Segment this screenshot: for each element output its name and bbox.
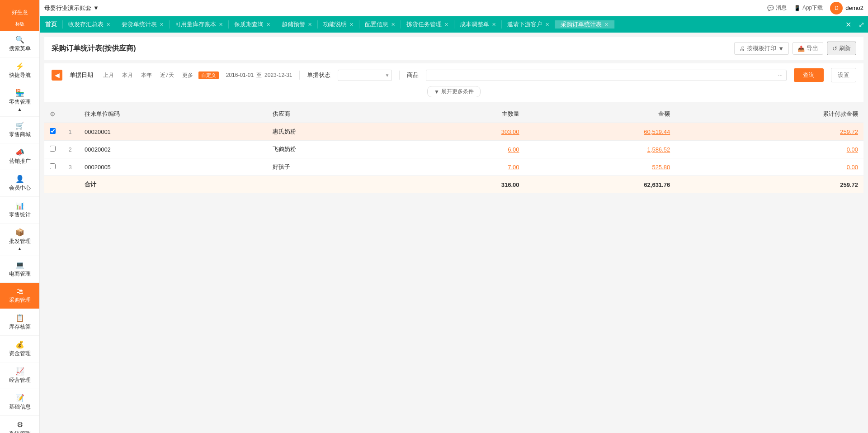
maximize-tab-button[interactable]: ⤢: [855, 16, 868, 33]
message-label: 消息: [776, 4, 787, 12]
row-main-qty-link[interactable]: 6.00: [508, 146, 519, 153]
sidebar-icon-member-center: 👤: [15, 175, 24, 183]
nav-tab-close-pick_task[interactable]: ✕: [444, 22, 448, 28]
message-action[interactable]: 💬 消息: [767, 4, 787, 12]
table-row[interactable]: 3 00020005 好孩子 7.00 525.80 0.00: [44, 158, 863, 176]
user-menu[interactable]: D demo2: [830, 2, 863, 14]
shortcut-last-month[interactable]: 上月: [100, 71, 117, 80]
date-to[interactable]: 2023-12-31: [264, 72, 292, 78]
row-unit-code: 00020005: [79, 158, 267, 176]
nav-tab-label-invite_downstream: 邀请下游客户: [507, 20, 542, 29]
custom-date-tag[interactable]: 自定义: [198, 71, 219, 79]
sidebar-item-member-center[interactable]: 👤 会员中心: [0, 170, 39, 197]
app-logo[interactable]: 好生意 标版: [0, 0, 39, 31]
shortcut-this-month[interactable]: 本月: [119, 71, 136, 80]
nav-tab-close-warranty_query[interactable]: ✕: [266, 22, 270, 28]
row-paid-amount-link[interactable]: 0.00: [847, 164, 858, 171]
nav-tab-close-cost_adjust[interactable]: ✕: [492, 22, 496, 28]
sidebar-item-retail-mgmt[interactable]: 🏪 零售管理 ▲: [0, 84, 39, 117]
nav-tab-warranty_query[interactable]: 保质期查询 ✕: [229, 20, 276, 29]
avatar-initials: D: [835, 5, 839, 11]
sidebar-icon-marketing: 📣: [15, 148, 24, 157]
sidebar-item-retail-mall[interactable]: 🛒 零售商城: [0, 117, 39, 143]
table-row[interactable]: 1 00020001 惠氏奶粉 303.00 60,519.44 259.72: [44, 123, 863, 141]
nav-tab-close-invite_downstream[interactable]: ✕: [545, 22, 549, 28]
sidebar-item-finance[interactable]: 💰 资金管理: [0, 336, 39, 362]
nav-tab-order_summary[interactable]: 要货单统计表 ✕: [116, 20, 170, 29]
nav-tab-overstock_warning[interactable]: 超储预警 ✕: [276, 20, 318, 29]
sidebar: 好生意 标版 🔍 搜索英单 ⚡ 快捷导航 🏪 零售管理 ▲🛒 零售商城 📣 营销…: [0, 0, 40, 433]
export-button[interactable]: 📤 导出: [793, 42, 823, 55]
refresh-button[interactable]: ↺ 刷新: [827, 42, 856, 55]
nav-tab-close-inventory_account[interactable]: ✕: [219, 22, 223, 28]
settings-button[interactable]: 设置: [831, 68, 856, 82]
nav-tab-close-function_desc[interactable]: ✕: [349, 22, 354, 28]
nav-tab-close-collect_send[interactable]: ✕: [106, 22, 110, 28]
query-button[interactable]: 查询: [794, 68, 824, 82]
nav-tab-config_info[interactable]: 配置信息 ✕: [359, 20, 401, 29]
nav-tab-close-overstock_warning[interactable]: ✕: [308, 22, 312, 28]
sidebar-arrow-wholesale-mgmt: ▲: [18, 246, 22, 251]
row-checkbox[interactable]: [44, 141, 61, 158]
sidebar-icon-purchase-mgmt: 🛍: [16, 287, 24, 295]
nav-tab-invite_downstream[interactable]: 邀请下游客户 ✕: [502, 20, 555, 29]
sidebar-item-search[interactable]: 🔍 搜索英单: [0, 31, 39, 57]
sidebar-label-ecommerce: 电商管理: [9, 270, 31, 278]
sidebar-item-retail-stats[interactable]: 📊 零售统计: [0, 197, 39, 224]
sidebar-item-basic-info[interactable]: 📝 基础信息: [0, 389, 39, 416]
sidebar-icon-quick-nav: ⚡: [15, 62, 24, 71]
sidebar-label-retail-mgmt: 零售管理: [9, 98, 31, 106]
row-checkbox[interactable]: [44, 123, 61, 141]
filter-toggle-button[interactable]: ◀: [52, 70, 62, 81]
nav-tab-close-config_info[interactable]: ✕: [391, 22, 395, 28]
sidebar-arrow-retail-mgmt: ▲: [18, 107, 22, 112]
row-amount-link[interactable]: 1,586.52: [647, 146, 670, 153]
sidebar-item-sys-mgmt[interactable]: ⚙ 系统管理: [0, 416, 39, 433]
sidebar-item-purchase-mgmt[interactable]: 🛍 采购管理: [0, 283, 39, 309]
row-amount-link[interactable]: 60,519.44: [644, 128, 670, 135]
table-footer-row: 合计 316.00 62,631.76 259.72: [44, 176, 863, 194]
shortcut-this-year[interactable]: 本年: [138, 71, 155, 80]
row-paid-amount: 0.00: [675, 141, 863, 158]
goods-input-more-icon[interactable]: ···: [774, 72, 786, 78]
nav-tab-collect_send[interactable]: 收发存汇总表 ✕: [63, 20, 116, 29]
sidebar-item-ops-mgmt[interactable]: 📈 经营管理: [0, 362, 39, 389]
top-bar: 母婴行业演示账套 ▼ 💬 消息 📱 App下载 D demo2: [40, 0, 868, 16]
nav-tab-close-purchase_summary[interactable]: ✕: [604, 22, 609, 28]
row-num: 3: [61, 158, 79, 176]
nav-tab-home[interactable]: 首页: [40, 20, 63, 29]
status-select[interactable]: [338, 70, 392, 81]
row-amount-link[interactable]: 525.80: [652, 164, 670, 171]
row-unit-code: 00020001: [79, 123, 267, 141]
nav-tab-label-function_desc: 功能说明: [323, 20, 347, 29]
sidebar-item-inventory[interactable]: 📋 库存核算: [0, 309, 39, 336]
shortcut-7-days[interactable]: 近7天: [157, 71, 177, 80]
sidebar-item-quick-nav[interactable]: ⚡ 快捷导航: [0, 57, 39, 84]
template-print-button[interactable]: 🖨 按模板打印 ▼: [734, 42, 789, 55]
app-download-action[interactable]: 📱 App下载: [794, 4, 823, 12]
nav-tab-pick_task[interactable]: 拣货任务管理 ✕: [401, 20, 454, 29]
table-header-row: ⚙ 往来单位编码 供应商 主数量 金额 累计付款金额: [44, 105, 863, 123]
sidebar-item-ecommerce[interactable]: 💻 电商管理: [0, 256, 39, 283]
row-paid-amount-link[interactable]: 259.72: [840, 128, 858, 135]
table-row[interactable]: 2 00020002 飞鹤奶粉 6.00 1,586.52 0.00: [44, 141, 863, 158]
nav-tab-close-order_summary[interactable]: ✕: [160, 22, 164, 28]
goods-input[interactable]: [426, 70, 774, 81]
sidebar-item-wholesale-mgmt[interactable]: 📦 批发管理 ▲: [0, 224, 39, 256]
nav-tab-purchase_summary[interactable]: 采购订单统计表 ✕: [555, 20, 614, 29]
expand-filter-button[interactable]: ▼ 展开更多条件: [427, 86, 481, 97]
date-from[interactable]: 2016-01-01: [226, 72, 254, 78]
column-settings-icon[interactable]: ⚙: [50, 110, 56, 118]
row-main-qty-link[interactable]: 7.00: [508, 164, 519, 171]
status-select-wrapper: [338, 70, 392, 81]
nav-tab-inventory_account[interactable]: 可用量库存账本 ✕: [170, 20, 229, 29]
close-tab-button[interactable]: ✕: [842, 16, 855, 33]
nav-tab-function_desc[interactable]: 功能说明 ✕: [318, 20, 359, 29]
row-checkbox[interactable]: [44, 158, 61, 176]
row-paid-amount-link[interactable]: 0.00: [847, 146, 858, 153]
sidebar-item-marketing[interactable]: 📣 营销推广: [0, 143, 39, 170]
workspace-selector[interactable]: 母婴行业演示账套 ▼: [44, 4, 99, 12]
row-main-qty-link[interactable]: 303.00: [501, 128, 519, 135]
shortcut-more[interactable]: 更多: [179, 71, 196, 80]
nav-tab-cost_adjust[interactable]: 成本调整单 ✕: [454, 20, 502, 29]
